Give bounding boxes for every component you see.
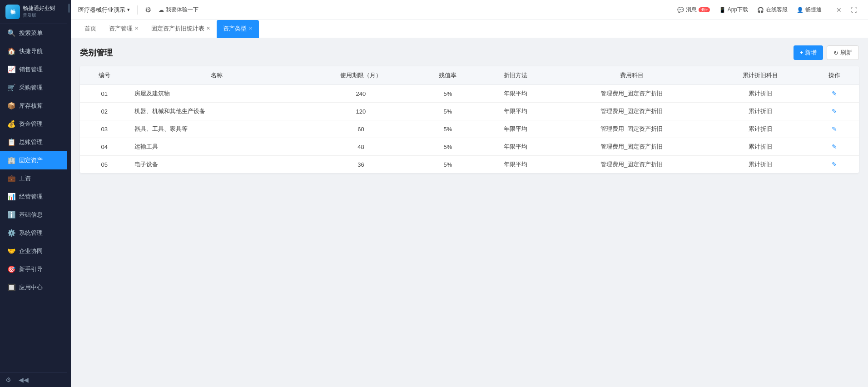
cell-actions-3: ✎ — [810, 138, 859, 156]
sidebar-item-fixed-assets[interactable]: 🏢 固定资产 — [0, 151, 67, 169]
cell-accumulate-2: 累计折旧 — [710, 120, 810, 138]
messages-button[interactable]: 💬 消息 99+ — [677, 6, 709, 14]
messages-icon: 💬 — [677, 7, 684, 13]
sidebar-item-system[interactable]: ⚙️ 系统管理 — [0, 224, 67, 242]
logo-title: 畅捷通好业财 — [23, 5, 55, 12]
tab-asset-mgmt-close[interactable]: ✕ — [134, 25, 139, 31]
cell-period-4: 36 — [305, 156, 417, 174]
online-service-icon: 🎧 — [757, 7, 764, 13]
sidebar-logo: 畅 畅捷通好业财 普及版 — [0, 0, 67, 24]
collapse-icon[interactable]: ◀◀ — [19, 376, 29, 383]
cell-method-4: 年限平均 — [479, 156, 553, 174]
inventory-icon: 📦 — [7, 102, 15, 110]
cell-expense-3: 管理费用_固定资产折旧 — [553, 138, 710, 156]
wages-icon: 💼 — [7, 174, 15, 183]
sidebar-scrolltrack-thumb — [68, 4, 70, 13]
sidebar-scrolltrack[interactable] — [67, 0, 71, 387]
enterprise-icon: 🤝 — [7, 247, 15, 255]
tab-asset-mgmt[interactable]: 资产管理 ✕ — [103, 20, 145, 38]
topbar-settings-icon[interactable]: ⚙ — [145, 5, 151, 14]
system-icon: ⚙️ — [7, 229, 15, 237]
messages-badge: 99+ — [699, 7, 709, 12]
cell-id-1: 02 — [80, 103, 129, 120]
table-row: 01 房屋及建筑物 240 5% 年限平均 管理费用_固定资产折旧 累计折旧 ✎ — [80, 85, 859, 103]
table-row: 02 机器、机械和其他生产设备 120 5% 年限平均 管理费用_固定资产折旧 … — [80, 103, 859, 120]
edit-button-1[interactable]: ✎ — [832, 108, 837, 115]
sidebar-item-label: 快捷导航 — [19, 47, 43, 55]
cell-name-1: 机器、机械和其他生产设备 — [129, 103, 305, 120]
fixed-assets-icon: 🏢 — [7, 156, 15, 164]
topbar: 医疗器械行业演示 ▾ ⚙ ☁ 我要体验一下 💬 消息 99+ 📱 App下载 🎧 — [71, 0, 868, 20]
funds-icon: 💰 — [7, 120, 15, 128]
tab-fixed-asset-stats-close[interactable]: ✕ — [206, 25, 210, 31]
cell-name-4: 电子设备 — [129, 156, 305, 174]
cell-actions-0: ✎ — [810, 85, 859, 103]
edit-button-4[interactable]: ✎ — [832, 161, 837, 168]
online-service-button[interactable]: 🎧 在线客服 — [757, 6, 788, 14]
basic-info-icon: ℹ️ — [7, 211, 15, 219]
sales-icon: 📈 — [7, 65, 15, 74]
sidebar-item-label: 系统管理 — [19, 229, 43, 237]
cell-method-3: 年限平均 — [479, 138, 553, 156]
data-table: 编号 名称 使用期限（月） 残值率 折旧方法 费用科目 累计折旧科目 操作 01… — [80, 66, 859, 173]
trial-label: 我要体验一下 — [166, 6, 198, 14]
sidebar-item-label: 资金管理 — [19, 120, 43, 128]
refresh-button[interactable]: ↻ 刷新 — [827, 45, 859, 60]
sidebar-item-inventory[interactable]: 📦 库存核算 — [0, 97, 67, 115]
app-download-button[interactable]: 📱 App下载 — [719, 6, 748, 14]
sidebar-item-ledger[interactable]: 📋 总账管理 — [0, 133, 67, 151]
tab-fixed-asset-stats[interactable]: 固定资产折旧统计表 ✕ — [145, 20, 217, 38]
cell-name-2: 器具、工具、家具等 — [129, 120, 305, 138]
app-download-label: App下载 — [728, 6, 748, 14]
tabs-bar: 首页 资产管理 ✕ 固定资产折旧统计表 ✕ 资产类型 ✕ — [71, 20, 868, 38]
topbar-divider — [137, 5, 138, 15]
sidebar-item-label: 经营管理 — [19, 193, 43, 201]
sidebar-item-wages[interactable]: 💼 工资 — [0, 169, 67, 188]
sidebar-item-label: 基础信息 — [19, 211, 43, 219]
user-label: 畅捷通 — [805, 6, 822, 14]
sidebar-item-purchase[interactable]: 🛒 采购管理 — [0, 79, 67, 97]
user-icon: 👤 — [797, 7, 804, 13]
search-icon: 🔍 — [7, 29, 15, 37]
cell-accumulate-1: 累计折旧 — [710, 103, 810, 120]
tab-asset-type[interactable]: 资产类型 ✕ — [217, 20, 259, 38]
tab-home[interactable]: 首页 — [78, 20, 103, 38]
cell-expense-2: 管理费用_固定资产折旧 — [553, 120, 710, 138]
cell-expense-4: 管理费用_固定资产折旧 — [553, 156, 710, 174]
edit-button-0[interactable]: ✎ — [832, 90, 837, 97]
sidebar-item-app-center[interactable]: 🔲 应用中心 — [0, 278, 67, 297]
cell-id-4: 05 — [80, 156, 129, 174]
cell-name-0: 房屋及建筑物 — [129, 85, 305, 103]
settings-bottom-icon[interactable]: ⚙ — [5, 376, 11, 383]
sidebar-item-guide[interactable]: 🎯 新手引导 — [0, 260, 67, 278]
logo-icon: 畅 — [5, 5, 20, 19]
col-header-expense: 费用科目 — [553, 66, 710, 85]
window-maximize-btn[interactable]: ⛶ — [847, 0, 861, 20]
cell-residual-1: 5% — [417, 103, 479, 120]
table-row: 03 器具、工具、家具等 60 5% 年限平均 管理费用_固定资产折旧 累计折旧… — [80, 120, 859, 138]
col-header-actions: 操作 — [810, 66, 859, 85]
table-row: 04 运输工具 48 5% 年限平均 管理费用_固定资产折旧 累计折旧 ✎ — [80, 138, 859, 156]
ledger-icon: 📋 — [7, 138, 15, 146]
user-button[interactable]: 👤 畅捷通 — [797, 6, 822, 14]
sidebar-item-funds[interactable]: 💰 资金管理 — [0, 115, 67, 133]
edit-button-3[interactable]: ✎ — [832, 143, 837, 150]
sidebar-item-enterprise[interactable]: 🤝 企业协同 — [0, 242, 67, 260]
sidebar-item-basic-info[interactable]: ℹ️ 基础信息 — [0, 206, 67, 224]
operations-icon: 📊 — [7, 193, 15, 201]
sidebar-item-quick-nav[interactable]: 🏠 快捷导航 — [0, 42, 67, 60]
tab-asset-type-close[interactable]: ✕ — [248, 25, 253, 31]
page-actions: + 新增 ↻ 刷新 — [794, 45, 859, 60]
sidebar-menu: 🔍 搜索菜单 🏠 快捷导航 📈 销售管理 🛒 采购管理 📦 库存核算 💰 — [0, 24, 67, 372]
sidebar-item-operations[interactable]: 📊 经营管理 — [0, 188, 67, 206]
sidebar-item-sales[interactable]: 📈 销售管理 — [0, 60, 67, 79]
company-selector[interactable]: 医疗器械行业演示 ▾ — [78, 6, 130, 14]
trial-button[interactable]: ☁ 我要体验一下 — [159, 6, 198, 14]
cell-method-1: 年限平均 — [479, 103, 553, 120]
window-close-btn[interactable]: ✕ — [833, 0, 845, 20]
sidebar-item-label: 总账管理 — [19, 138, 43, 146]
sidebar-bottom: ⚙ ◀◀ — [0, 372, 67, 387]
sidebar-item-search[interactable]: 🔍 搜索菜单 — [0, 24, 67, 42]
edit-button-2[interactable]: ✎ — [832, 125, 837, 133]
new-button[interactable]: + 新增 — [794, 45, 823, 60]
